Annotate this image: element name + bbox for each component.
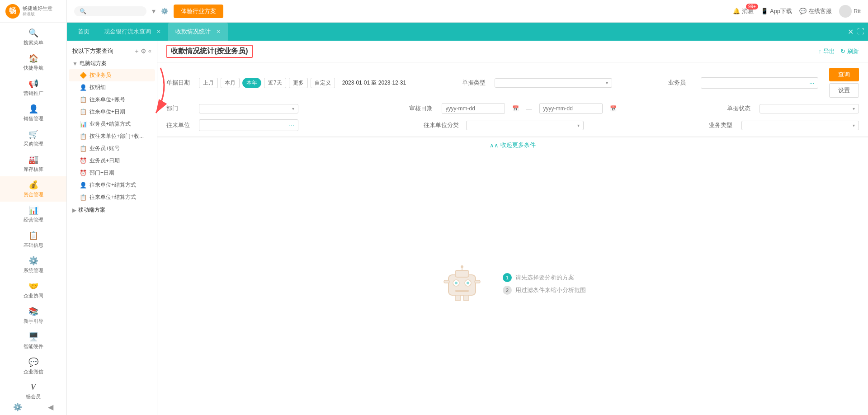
- sidebar-item-finance[interactable]: 💰 资金管理: [0, 176, 66, 202]
- guide-icon: 📚: [28, 307, 38, 316]
- sidebar-item-wechat[interactable]: 💬 企业微信: [0, 354, 66, 379]
- review-date-label: 审核日期: [409, 104, 434, 113]
- mobile-group-header[interactable]: ▶ 移动端方案: [69, 204, 155, 216]
- desktop-group-header[interactable]: ▼ 电脑端方案: [69, 58, 155, 69]
- inventory-icon: 🏭: [28, 155, 38, 165]
- sidebar-item-inventory[interactable]: 🏭 库存核算: [0, 151, 66, 176]
- biz-type-chevron-icon: ▾: [853, 123, 855, 128]
- review-date-end-input[interactable]: [539, 103, 603, 114]
- empty-steps: 1 请先选择要分析的方案 2 用过滤条件来缩小分析范围: [503, 273, 586, 295]
- tree-item-salesperson-settle[interactable]: 📊 业务员+结算方式: [69, 118, 155, 130]
- counterpart-ellipsis-icon[interactable]: ···: [289, 122, 294, 129]
- settings-scheme-icon[interactable]: ⚙: [141, 47, 146, 55]
- collection-tab-close-icon[interactable]: ✕: [216, 28, 221, 35]
- doc-type-select[interactable]: ▾: [495, 78, 612, 88]
- tab-bank[interactable]: 现金银行流水查询 ✕: [97, 23, 168, 41]
- tab-home[interactable]: 首页: [71, 23, 97, 41]
- tree-item-by-salesperson[interactable]: 🔶 按业务员: [69, 69, 155, 81]
- counterpart-select[interactable]: ···: [199, 119, 298, 131]
- export-icon: ↑: [819, 48, 822, 55]
- marketing-icon: 📢: [28, 79, 38, 89]
- tree-item-unit-settle1[interactable]: 👤 往来单位+结算方式: [69, 179, 155, 191]
- set-button[interactable]: 设置: [829, 83, 859, 98]
- refresh-button[interactable]: ↻ 刷新: [840, 47, 859, 56]
- review-date-start-input[interactable]: [442, 103, 505, 114]
- tree-item-salesperson-account[interactable]: 📋 业务员+账号: [69, 142, 155, 155]
- counterpart-label: 往来单位: [166, 121, 192, 129]
- app-download-button[interactable]: 📱 App下载: [761, 7, 792, 15]
- tree-item-unit-settle2[interactable]: 📋 往来单位+结算方式: [69, 191, 155, 203]
- last-month-btn[interactable]: 上月: [199, 78, 218, 88]
- sidebar-item-basic[interactable]: 📋 基础信息: [0, 227, 66, 252]
- sidebar-item-marketing[interactable]: 📢 营销推广: [0, 75, 66, 100]
- gear-icon[interactable]: ⚙️: [161, 8, 168, 14]
- sidebar-item-hardware[interactable]: 🖥️ 智能硬件: [0, 328, 66, 354]
- collapse-sidebar-icon[interactable]: ◀: [48, 403, 53, 411]
- search-topbar-icon: 🔍: [80, 8, 86, 14]
- bank-tab-close-icon[interactable]: ✕: [156, 28, 161, 35]
- counterpart-classify-select[interactable]: ▾: [466, 121, 584, 130]
- tab-close-all-icon[interactable]: ✕: [848, 28, 854, 36]
- query-button[interactable]: 查询: [829, 68, 859, 81]
- tree-item-unit-date[interactable]: 📋 往来单位+日期: [69, 106, 155, 118]
- unit-settle2-icon: 📋: [80, 194, 87, 201]
- topbar-search[interactable]: 🔍: [74, 6, 146, 16]
- topbar: 🔍 ▾ ⚙️ 体验行业方案 🔔 消息 99+ 📱 App下载 💬: [67, 0, 868, 23]
- settings-footer-icon[interactable]: ⚙️: [13, 403, 22, 411]
- hardware-icon: 🖥️: [28, 332, 38, 342]
- export-button[interactable]: ↑ 导出: [819, 47, 835, 56]
- trial-button[interactable]: 体验行业方案: [174, 5, 223, 18]
- more-date-btn[interactable]: 更多: [289, 78, 308, 88]
- topbar-dropdown-icon[interactable]: ▾: [152, 7, 156, 15]
- tree-item-dept-date[interactable]: ⏰ 部门+日期: [69, 167, 155, 179]
- biz-type-select[interactable]: ▾: [741, 121, 859, 130]
- tab-expand-icon[interactable]: ⛶: [857, 28, 864, 36]
- sidebar-item-corp[interactable]: 🤝 企业协同: [0, 278, 66, 303]
- logo-icon: 畅: [5, 4, 20, 19]
- collapse-panel-icon[interactable]: «: [148, 47, 151, 55]
- custom-date-btn[interactable]: 自定义: [311, 78, 335, 88]
- tree-item-unit-account[interactable]: 📋 往来单位+账号: [69, 94, 155, 106]
- user-area[interactable]: Rit: [839, 5, 861, 18]
- tab-collection[interactable]: 收款情况统计 ✕: [168, 23, 228, 41]
- this-year-btn[interactable]: 本年: [242, 78, 261, 88]
- mobile-group-label: 移动端方案: [78, 206, 105, 214]
- online-service-button[interactable]: 💬 在线客服: [799, 7, 832, 15]
- tree-item-unit-dept[interactable]: 📋 按往来单位+部门+收...: [69, 130, 155, 142]
- data-area: 1 请先选择要分析的方案 2 用过滤条件来缩小分析范围: [157, 153, 868, 415]
- collapse-button[interactable]: ∧∧ 收起更多条件: [157, 137, 868, 153]
- sidebar-nav: 🔍 搜索菜单 🏠 快捷导航 📢 营销推广 👤 销售管理 🛒 采购管理 🏭: [0, 23, 66, 399]
- this-month-btn[interactable]: 本月: [221, 78, 240, 88]
- add-scheme-icon[interactable]: +: [135, 47, 139, 55]
- tree-item-label-salesperson-settle: 业务员+结算方式: [90, 120, 131, 128]
- sidebar-item-purchase[interactable]: 🛒 采购管理: [0, 126, 66, 151]
- left-panel: 按以下方案查询 + ⚙ « ▼ 电脑端方案 🔶: [67, 41, 157, 415]
- svg-rect-7: [444, 280, 449, 283]
- bank-tab-label: 现金银行流水查询: [104, 28, 151, 36]
- filter-row-1: 单据日期 上月 本月 本年 近7天 更多 自定义 2023-01-01 至 20…: [166, 68, 859, 98]
- sidebar-item-quick-nav[interactable]: 🏠 快捷导航: [0, 50, 66, 75]
- sidebar-item-operations[interactable]: 📊 经营管理: [0, 202, 66, 227]
- tree-item-label-salesperson: 按业务员: [90, 71, 111, 79]
- purchase-icon: 🛒: [28, 129, 38, 139]
- sidebar-item-system[interactable]: ⚙️ 系统管理: [0, 252, 66, 278]
- doc-status-chevron-icon: ▾: [853, 106, 855, 111]
- salesperson-select[interactable]: ···: [701, 77, 818, 89]
- unit-account-icon: 📋: [80, 96, 87, 103]
- tree-item-salesperson-date[interactable]: ⏰ 业务员+日期: [69, 155, 155, 167]
- mobile-arrow-icon: ▶: [72, 207, 76, 213]
- sidebar-item-guide[interactable]: 📚 新手引导: [0, 303, 66, 328]
- sidebar-item-sales[interactable]: 👤 销售管理: [0, 100, 66, 126]
- main: 🔍 ▾ ⚙️ 体验行业方案 🔔 消息 99+ 📱 App下载 💬: [67, 0, 868, 415]
- dept-select[interactable]: ▾: [199, 104, 298, 113]
- message-button[interactable]: 🔔 消息 99+: [733, 7, 754, 15]
- right-panel: 收款情况统计(按业务员) ↑ 导出 ↻ 刷新: [157, 41, 868, 415]
- last-7days-btn[interactable]: 近7天: [264, 78, 286, 88]
- user-avatar: [839, 5, 852, 18]
- tree-item-by-detail[interactable]: 👤 按明细: [69, 81, 155, 94]
- collection-tab-label: 收款情况统计: [175, 28, 211, 36]
- sidebar-item-search[interactable]: 🔍 搜索菜单: [0, 24, 66, 50]
- tree-item-label-unit-dept: 按往来单位+部门+收...: [90, 132, 144, 140]
- doc-status-select[interactable]: ▾: [760, 104, 859, 113]
- sidebar-item-member[interactable]: V 畅会员: [0, 379, 66, 399]
